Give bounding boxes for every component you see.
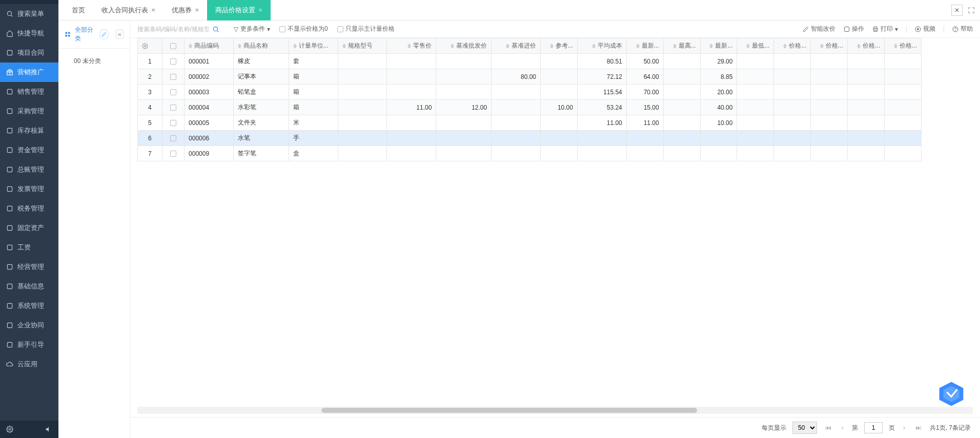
grid-icon [65, 31, 71, 37]
sidebar-item-10[interactable]: 税务管理 [0, 199, 58, 218]
sidebar-item-6[interactable]: 库存核算 [0, 121, 58, 140]
logo [0, 0, 58, 4]
svg-rect-5 [7, 128, 12, 133]
category-item-0[interactable]: 00 未分类 [58, 54, 130, 69]
close-icon[interactable]: ✕ [258, 7, 262, 13]
row-checkbox[interactable] [170, 151, 176, 157]
money-icon [6, 147, 13, 154]
column-header-6[interactable]: 零售价 [387, 38, 436, 54]
column-header-18[interactable]: 价格... [885, 38, 922, 54]
column-header-12[interactable]: 最高... [663, 38, 700, 54]
edit-category-icon[interactable] [99, 29, 108, 39]
column-header-9[interactable]: 参考... [541, 38, 578, 54]
row-checkbox[interactable] [170, 74, 176, 80]
sidebar-item-18[interactable]: 云应用 [0, 354, 58, 374]
gear-icon[interactable] [6, 426, 13, 433]
sidebar-item-label: 新手引导 [17, 340, 44, 349]
assistant-badge[interactable] [938, 381, 965, 407]
sidebar-item-16[interactable]: 企业协同 [0, 316, 58, 335]
sidebar-item-14[interactable]: 基础信息 [0, 277, 58, 296]
row-checkbox[interactable] [170, 58, 176, 65]
table-row[interactable]: 2000002记事本箱80.0072.1264.008.85 [138, 69, 922, 85]
first-page[interactable]: ⏮ [823, 424, 833, 431]
table-row[interactable]: 6000006水笔手 [138, 131, 922, 146]
table-row[interactable]: 5000005文件夹米11.0011.0010.00 [138, 115, 922, 131]
collapse-panel-icon[interactable]: « [116, 30, 124, 39]
row-checkbox[interactable] [170, 120, 176, 126]
column-header-5[interactable]: 规格型号 [338, 38, 387, 54]
toolbar: ▽ 更多条件 ▾ 不显示价格为0 只显示主计量价格 智能改价 操作 打印 ▾ 视… [130, 20, 980, 38]
smart-price-button[interactable]: 智能改价 [803, 25, 835, 33]
column-header-3[interactable]: 商品名称 [233, 38, 289, 54]
next-page[interactable]: › [901, 424, 907, 431]
sidebar: 搜索菜单快捷导航项目合同营销推广销售管理采购管理库存核算资金管理总账管理发票管理… [0, 0, 58, 438]
guide-icon [6, 341, 13, 348]
sidebar-item-15[interactable]: 系统管理 [0, 296, 58, 316]
column-header-4[interactable]: 计量单位... [289, 38, 338, 54]
tab-2[interactable]: 优惠券✕ [164, 0, 207, 20]
tab-0[interactable]: 首页 [64, 0, 93, 20]
column-header-7[interactable]: 基准批发价 [436, 38, 492, 54]
tab-1[interactable]: 收入合同执行表✕ [93, 0, 164, 20]
svg-rect-20 [66, 35, 68, 37]
category-panel: 全部分类 « 00 未分类 [58, 20, 130, 438]
row-checkbox[interactable] [170, 105, 176, 111]
search-input[interactable] [137, 26, 209, 33]
column-header-1[interactable] [162, 38, 184, 54]
table-row[interactable]: 7000009签字笔盒 [138, 146, 922, 161]
close-icon[interactable]: ✕ [151, 7, 155, 13]
sidebar-item-8[interactable]: 总账管理 [0, 160, 58, 179]
sidebar-item-11[interactable]: 固定资产 [0, 218, 58, 238]
sidebar-item-label: 基础信息 [17, 282, 44, 291]
video-button[interactable]: 视频 [915, 25, 935, 33]
sidebar-item-4[interactable]: 销售管理 [0, 82, 58, 101]
select-all-checkbox[interactable] [170, 43, 176, 49]
sidebar-item-12[interactable]: 工资 [0, 238, 58, 257]
table-row[interactable]: 4000004水彩笔箱11.0012.0010.0053.2415.0040.0… [138, 100, 922, 115]
column-header-0[interactable] [138, 38, 162, 54]
svg-rect-14 [7, 303, 12, 308]
column-header-15[interactable]: 价格... [774, 38, 811, 54]
sidebar-item-9[interactable]: 发票管理 [0, 179, 58, 199]
category-title[interactable]: 全部分类 [75, 26, 95, 43]
sidebar-item-5[interactable]: 采购管理 [0, 101, 58, 121]
column-header-11[interactable]: 最新... [626, 38, 663, 54]
column-header-16[interactable]: 价格... [811, 38, 848, 54]
page-input[interactable] [864, 422, 883, 433]
more-conditions[interactable]: ▽ 更多条件 ▾ [234, 25, 270, 33]
svg-point-30 [145, 45, 146, 47]
column-header-17[interactable]: 价格... [848, 38, 885, 54]
column-header-14[interactable]: 最低... [737, 38, 774, 54]
sidebar-item-3[interactable]: 营销推广 [0, 62, 58, 82]
column-header-8[interactable]: 基准进价 [492, 38, 541, 54]
close-all-tabs[interactable]: ✕ [951, 5, 963, 16]
cloud-icon [6, 361, 13, 368]
per-page-select[interactable]: 50 [792, 422, 817, 434]
filter-main-unit[interactable]: 只显示主计量价格 [337, 25, 395, 33]
row-checkbox[interactable] [170, 135, 176, 141]
sidebar-item-17[interactable]: 新手引导 [0, 335, 58, 354]
column-header-13[interactable]: 最新... [700, 38, 737, 54]
table-row[interactable]: 3000003铅笔盒箱115.5470.0020.00 [138, 85, 922, 100]
sound-icon[interactable] [45, 426, 52, 433]
sidebar-item-13[interactable]: 经营管理 [0, 257, 58, 277]
sidebar-item-0[interactable]: 搜索菜单 [0, 4, 58, 24]
operate-button[interactable]: 操作 [844, 25, 864, 33]
table-row[interactable]: 1000001橡皮套80.5150.0029.00 [138, 54, 922, 69]
horizontal-scrollbar[interactable] [137, 407, 973, 414]
column-header-2[interactable]: 商品编码 [185, 38, 234, 54]
sidebar-item-7[interactable]: 资金管理 [0, 140, 58, 160]
last-page[interactable]: ⏭ [913, 424, 924, 431]
sidebar-item-1[interactable]: 快捷导航 [0, 24, 58, 43]
filter-hide-zero[interactable]: 不显示价格为0 [279, 25, 328, 33]
help-button[interactable]: 帮助 [952, 25, 973, 33]
row-checkbox[interactable] [170, 89, 176, 95]
column-header-10[interactable]: 平均成本 [577, 38, 626, 54]
fullscreen-icon[interactable] [968, 7, 975, 14]
prev-page[interactable]: ‹ [840, 424, 846, 431]
close-icon[interactable]: ✕ [195, 7, 199, 13]
sidebar-item-2[interactable]: 项目合同 [0, 43, 58, 62]
search-icon[interactable] [212, 26, 219, 33]
print-button[interactable]: 打印 ▾ [872, 25, 898, 33]
tab-3[interactable]: 商品价格设置✕ [207, 0, 271, 20]
